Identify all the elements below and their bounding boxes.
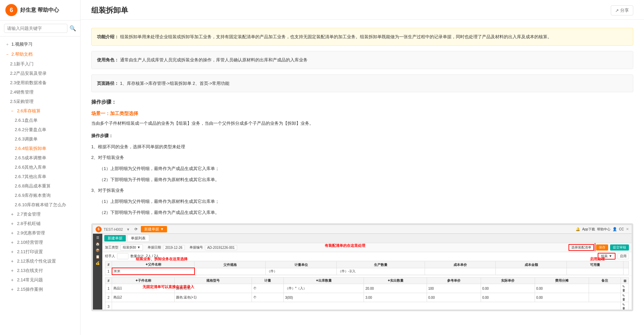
sidebar: 6 好生意 帮助中心 🔍 ＋ 1.视频学习 － 2.帮助文档 2.1新手入门 2…: [0, 0, 80, 335]
sim-left-nav: ☰ 🏠 📦 📋 💰: [93, 234, 102, 310]
sidebar-item-cases[interactable]: ＋ 2.15操作案例: [0, 285, 80, 294]
sim-enable-btn[interactable]: 启用: [618, 253, 629, 259]
sim-tab-new[interactable]: 新建单据: [104, 235, 126, 241]
sidebar-item-other-out[interactable]: 2.6.7其他出库单: [0, 172, 80, 181]
th2-unit: 计量: [252, 278, 283, 284]
th2-bom-qty: ✦出库数量: [283, 278, 364, 284]
td2-row1-remark: [589, 284, 621, 293]
sim-new-btn[interactable]: 新建单据 ▼: [141, 226, 167, 232]
share-button[interactable]: ↗ 分享: [611, 5, 633, 15]
th-unit: 计量单位: [266, 262, 337, 268]
td2-row2-num: 2: [105, 293, 112, 302]
app-logo-icon: 6: [96, 226, 102, 232]
th2-goods: ✦子件名称: [112, 278, 175, 284]
th2-action: ⊞: [621, 278, 629, 284]
nav-icon-4: 📋: [96, 255, 100, 259]
sidebar-item-videos[interactable]: ＋ 1.视频学习: [0, 39, 80, 49]
logo-icon: 6: [5, 4, 17, 16]
sidebar-item-customize[interactable]: ＋ 2.12系统个性化设置: [0, 257, 80, 266]
sim-date-field[interactable]: 2019-12-26: [163, 245, 185, 250]
step3-2: （2）下部明细为子件明细，最终作为产成品生成其它入库单。: [99, 209, 633, 217]
sidebar-item-docs[interactable]: － 2.帮助文档: [0, 49, 80, 59]
sim-type-select[interactable]: 组装拆卸 ▼: [120, 244, 143, 250]
sidebar-item-stocktake[interactable]: 2.6.1盘点单: [0, 116, 80, 125]
sim-person-field[interactable]: [117, 253, 128, 259]
plus-icon-cases: ＋: [10, 287, 14, 292]
sidebar-item-data-prep[interactable]: 2.3使用前数据准备: [0, 78, 80, 88]
sidebar-item-finance[interactable]: ＋ 2.7资金管理: [0, 210, 80, 219]
sidebar-item-install[interactable]: 2.2产品安装及登录: [0, 69, 80, 78]
sidebar-item-other-in[interactable]: 2.6.6其他入库单: [0, 163, 80, 172]
td2-row3-empty: [112, 302, 621, 310]
sim-submit-btn[interactable]: 提交审核: [610, 244, 629, 250]
ops-title: 操作步骤：: [91, 99, 633, 105]
sidebar-item-coupon[interactable]: ＋ 2.9优惠券管理: [0, 228, 80, 238]
screenshot-image: 6 TEST-H002 ▼ ⟳ 新建单据 ▼ 🔔 App下载 帮助中心 👤 CC…: [92, 224, 633, 311]
td-row1-avail: [567, 268, 624, 275]
td2-row2-unit: 个: [252, 293, 283, 302]
role-label: 使用角色：: [97, 57, 119, 62]
plus-icon-finance: ＋: [10, 212, 14, 217]
td2-row1-unit: 个: [252, 284, 283, 293]
th2-warehouse: 费用分摊: [535, 278, 589, 284]
td-row1-spec: [195, 268, 266, 275]
td2-row1-num: 1: [105, 284, 112, 293]
td2-row2-goods: 商品2: [112, 293, 175, 302]
plus-icon-mobile: ＋: [10, 221, 14, 226]
app-id-label: TEST-H002: [104, 227, 123, 231]
sidebar-item-print[interactable]: ＋ 2.11打印设置: [0, 247, 80, 257]
sidebar-item-assembly[interactable]: 2.6.4组装拆卸单: [0, 144, 80, 153]
sim-doc-id: AD-20191226-001: [205, 245, 237, 250]
step1: 1、根据不同的业务，选择不同单据的类型来处理: [91, 143, 633, 151]
td2-row1-actualcost: 0.00: [481, 284, 535, 293]
screenshot-container: 6 TEST-H002 ▼ ⟳ 新建单据 ▼ 🔔 App下载 帮助中心 👤 CC…: [91, 223, 633, 311]
sidebar-item-inventory[interactable]: － 2.6库存核算: [0, 106, 80, 116]
td2-row2-action: ✎ 🗑: [621, 293, 629, 302]
search-icon[interactable]: 🔍: [69, 25, 76, 32]
td-row1-qty: （件）-1/入: [337, 268, 425, 275]
role-block: 使用角色： 通常由生产人员或库管人员完成拆装业务的操作，库管人员确认原材料的出库…: [91, 51, 633, 69]
td2-row1-action: ✎ 🗑: [621, 284, 629, 293]
step2-2: （2）下部明细为子件明细，最终作为原材料生成其它出库单。: [99, 176, 633, 184]
main-header: 组装拆卸单 ↗ 分享: [80, 0, 644, 20]
th-ops: [624, 262, 629, 268]
plus-icon-faq: ＋: [10, 277, 14, 282]
sidebar-item-online-pay[interactable]: ＋ 2.13在线支付: [0, 266, 80, 275]
th2-remark: 备注: [589, 278, 621, 284]
sidebar-item-cost-adjust[interactable]: 2.6.5成本调整单: [0, 153, 80, 163]
sidebar-item-mobile[interactable]: ＋ 2.8手机旺铺: [0, 219, 80, 228]
minus-icon: －: [5, 52, 9, 57]
sim-bom-select[interactable]: 选择装配清单: [569, 244, 594, 251]
nav-icon-1: ☰: [96, 236, 99, 239]
td2-row3-num: 3: [105, 302, 112, 310]
plus-icon-pay: ＋: [10, 268, 14, 273]
nav-icon-5: 💰: [96, 261, 100, 265]
sidebar-item-account-query[interactable]: 2.6.9库存账本查询: [0, 191, 80, 200]
sidebar-item-purchase[interactable]: 2.5采购管理: [0, 97, 80, 106]
sidebar-item-cost-recalc[interactable]: 2.6.8商品成本重算: [0, 181, 80, 191]
step3-1: （1）上部明细为父件明细，最终作为原材料生成其它出库单；: [99, 198, 633, 206]
sim-tab-list[interactable]: 单据列表: [127, 235, 149, 242]
sidebar-item-account-fix[interactable]: 2.6.10库存账本错了怎么办: [0, 200, 80, 210]
td2-row2-actualqty: 3.00: [364, 293, 427, 302]
td2-row2-spec: 颜色:蓝色(+1): [175, 293, 252, 302]
sidebar-item-faq[interactable]: ＋ 2.14常见问题: [0, 275, 80, 285]
th-spec: 父件规格: [195, 262, 266, 268]
path-label: 页面路径：: [97, 81, 119, 86]
annotation-bom: 有装配清单的在这里处理: [325, 243, 365, 248]
td2-row1-actualqty: 20.00: [364, 284, 427, 293]
sim-save-btn[interactable]: 保存: [596, 244, 608, 250]
td2-row2-alloc: 0.00: [535, 293, 589, 302]
nav-icon-3: 📦: [96, 248, 100, 252]
search-input[interactable]: [4, 24, 67, 33]
sidebar-item-sales[interactable]: 2.4销售管理: [0, 88, 80, 97]
sim-apps-label: App下载: [582, 227, 595, 232]
sidebar-item-beginner[interactable]: 2.1新手入门: [0, 59, 80, 69]
sidebar-item-transfer[interactable]: 2.6.3调拨单: [0, 134, 80, 144]
td-row1-unit: （件）: [266, 268, 337, 275]
steps-title: 操作步骤：: [91, 132, 633, 140]
plus-icon-customize: ＋: [10, 259, 14, 264]
sim-person-label: 经手人: [105, 254, 115, 259]
sidebar-item-ops[interactable]: ＋ 2.10经营管理: [0, 238, 80, 247]
sidebar-item-partial-stock[interactable]: 2.6.2分量盘点单: [0, 125, 80, 134]
